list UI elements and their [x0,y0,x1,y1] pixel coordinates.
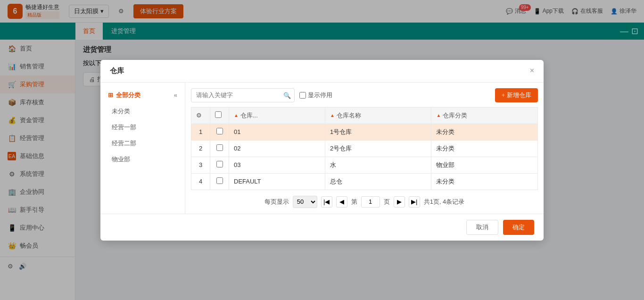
table-row[interactable]: 1 01 1号仓库 未分类 [191,124,538,140]
category-sidebar: ⊞ 全部分类 « 未分类 经营一部 经营二部 物业部 [100,83,185,214]
select-all-checkbox[interactable] [215,111,222,118]
show-disabled-checkbox[interactable]: 显示停用 [299,91,332,100]
row-num: 2 [191,140,210,157]
search-input[interactable] [191,88,295,102]
sort-icon: ▲ [234,113,239,118]
warehouse-modal: 仓库 × ⊞ 全部分类 « 未分类 经营一部 经营二部 物业部 [100,60,544,241]
search-wrap: 🔍 [191,88,295,102]
table-row[interactable]: 4 DEFAULT 总仓 未分类 [191,173,538,190]
collapse-sidebar-button[interactable]: « [174,92,177,99]
show-disabled-label: 显示停用 [308,91,332,100]
page-unit: 页 [384,198,390,206]
per-page-select[interactable]: 50 20 100 [293,196,317,208]
table-row[interactable]: 3 03 水 物业部 [191,157,538,173]
row-code: DEFAULT [229,173,325,190]
table-toolbar: 🔍 显示停用 + 新增仓库 [191,88,538,102]
total-info: 共1页, 4条记录 [424,198,465,206]
col-category-label: 仓库分类 [443,111,467,120]
page-input[interactable] [361,196,380,208]
row-checkbox [210,124,229,140]
row-name: 总仓 [325,173,431,190]
cat-item-ops2[interactable]: 经营二部 [100,135,185,151]
row-select-checkbox[interactable] [216,144,223,151]
search-icon[interactable]: 🔍 [283,92,291,99]
row-category: 未分类 [431,140,538,157]
confirm-button[interactable]: 确定 [503,220,534,235]
pagination: 每页显示 50 20 100 |◀ ◀ 第 页 ▶ ▶| 共1页, 4条记录 [191,196,538,208]
col-code-label: 仓库... [240,111,258,120]
modal-header: 仓库 × [100,60,544,83]
col-checkbox [210,107,229,124]
col-code: ▲ 仓库... [229,107,325,124]
row-code: 02 [229,140,325,157]
col-settings: ⚙ [191,107,210,124]
modal-overlay: 仓库 × ⊞ 全部分类 « 未分类 经营一部 经营二部 物业部 [0,0,644,300]
page-label: 第 [351,198,357,206]
row-name: 2号仓库 [325,140,431,157]
add-warehouse-button[interactable]: + 新增仓库 [495,88,538,102]
per-page-label: 每页显示 [264,198,289,206]
last-page-button[interactable]: ▶| [409,196,420,208]
row-code: 01 [229,124,325,140]
row-select-checkbox[interactable] [216,128,223,134]
row-category: 未分类 [431,124,538,140]
first-page-button[interactable]: |◀ [321,196,332,208]
modal-body: ⊞ 全部分类 « 未分类 经营一部 经营二部 物业部 🔍 [100,83,544,214]
col-name: ▲ 仓库名称 [325,107,431,124]
sort-icon3: ▲ [436,113,441,118]
row-checkbox [210,173,229,190]
row-num: 3 [191,157,210,173]
cat-item-property[interactable]: 物业部 [100,151,185,167]
row-num: 4 [191,173,210,190]
row-select-checkbox[interactable] [216,161,223,167]
col-name-label: 仓库名称 [337,111,361,120]
row-name: 水 [325,157,431,173]
sort-icon2: ▲ [330,113,335,118]
row-checkbox [210,140,229,157]
row-name: 1号仓库 [325,124,431,140]
all-categories-label: 全部分类 [116,91,140,100]
row-category: 未分类 [431,173,538,190]
row-code: 03 [229,157,325,173]
next-page-button[interactable]: ▶ [394,196,405,208]
row-category: 物业部 [431,157,538,173]
disabled-checkbox-input[interactable] [299,92,306,99]
col-category: ▲ 仓库分类 [431,107,538,124]
cancel-button[interactable]: 取消 [466,220,498,235]
prev-page-button[interactable]: ◀ [336,196,347,208]
warehouse-table: ⚙ ▲ 仓库... [191,107,538,190]
row-select-checkbox[interactable] [216,177,223,184]
modal-close-button[interactable]: × [530,67,534,75]
modal-title: 仓库 [110,67,124,75]
table-area: 🔍 显示停用 + 新增仓库 ⚙ [185,83,544,214]
cat-item-ops1[interactable]: 经营一部 [100,119,185,135]
row-num: 1 [191,124,210,140]
settings-icon: ⚙ [196,112,202,119]
row-checkbox [210,157,229,173]
modal-footer: 取消 确定 [100,214,544,241]
table-row[interactable]: 2 02 2号仓库 未分类 [191,140,538,157]
cat-item-uncategorized[interactable]: 未分类 [100,103,185,119]
grid-icon: ⊞ [108,92,113,99]
all-categories-item[interactable]: ⊞ 全部分类 « [100,87,185,103]
